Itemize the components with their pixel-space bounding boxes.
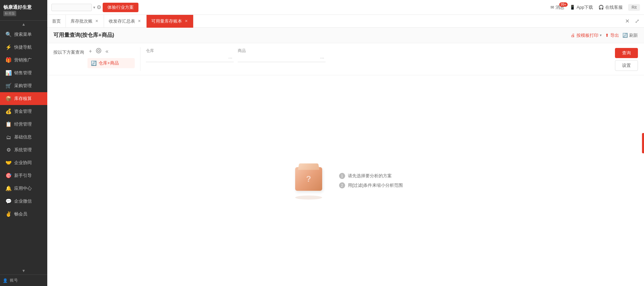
right-scroll-hint[interactable]	[642, 133, 644, 153]
sidebar-label-purchase: 采购管理	[14, 83, 32, 89]
sidebar-label-search: 搜索菜单	[14, 31, 32, 37]
filter-goods-input-row: ···	[238, 55, 326, 62]
query-section: 按以下方案查询 + « 🔄 仓库+商品	[47, 43, 644, 75]
sidebar-item-system[interactable]: ⚙ 系统管理	[0, 144, 47, 156]
sidebar-label-appstore: 应用中心	[14, 185, 32, 191]
sidebar-label-operation: 经营管理	[14, 121, 32, 127]
filter-warehouse-input[interactable]	[146, 55, 226, 60]
scheme-collapse-button[interactable]: «	[104, 48, 110, 55]
tab-batch-ledger[interactable]: 库存批次账 ✕	[66, 15, 104, 28]
notice-icon: ✉	[550, 5, 554, 10]
tab-available-ledger[interactable]: 可用量库存账本 ✕	[147, 15, 194, 28]
sidebar-item-shortcut[interactable]: ⚡ 快捷导航	[0, 41, 47, 54]
filter-goods-dots[interactable]: ···	[319, 55, 326, 60]
empty-illustration	[288, 160, 329, 201]
page-header: 可用量查询(按仓库+商品) 🖨 按模板打印 ▾ ⬆ 导出 🔄 刷新	[47, 28, 644, 43]
sidebar-item-purchase[interactable]: 🛒 采购管理	[0, 79, 47, 92]
query-settings-button[interactable]: 设置	[615, 60, 638, 71]
refresh-label: 刷新	[629, 32, 638, 38]
topbar-chevron-icon: ▾	[93, 5, 95, 10]
purchase-icon: 🛒	[5, 83, 11, 89]
finance-icon: 💰	[5, 108, 11, 114]
sidebar-nav: 🔍 搜索菜单 ⚡ 快捷导航 🎁 营销推广 📊 销售管理 🛒 采购管理 📦 库存核…	[0, 28, 47, 267]
newbie-icon: 🎯	[5, 173, 11, 179]
sidebar-label-system: 系统管理	[14, 147, 32, 153]
page-actions: 🖨 按模板打印 ▾ ⬆ 导出 🔄 刷新	[571, 32, 638, 38]
sidebar-label-basic: 基础信息	[14, 134, 32, 140]
print-label: 按模板打印	[576, 32, 598, 38]
sidebar-item-operation[interactable]: 📋 经营管理	[0, 118, 47, 131]
tab-available-ledger-label: 可用量库存账本	[151, 18, 182, 24]
service-icon: 🎧	[598, 5, 604, 10]
sidebar-item-appstore[interactable]: 🔔 应用中心	[0, 182, 47, 195]
print-chevron-icon: ▾	[600, 33, 602, 37]
tab-recv-summary-close[interactable]: ✕	[137, 19, 141, 24]
empty-tip-1: 1 请先选择要分析的方案	[339, 173, 403, 179]
tab-available-ledger-close[interactable]: ✕	[184, 19, 188, 24]
tab-recv-summary-label: 收发存汇总表	[109, 18, 135, 24]
tab-recv-summary[interactable]: 收发存汇总表 ✕	[104, 15, 147, 28]
tab-home[interactable]: 首页	[47, 15, 66, 28]
query-buttons: 查询 设置	[615, 47, 638, 71]
filter-warehouse-dots[interactable]: ···	[227, 55, 234, 60]
sidebar-scroll-up[interactable]: ▲	[0, 21, 47, 28]
sidebar-item-basic[interactable]: 🗂 基础信息	[0, 131, 47, 144]
sidebar-scroll-down[interactable]: ▼	[0, 267, 47, 275]
scheme-add-button[interactable]: +	[87, 48, 93, 55]
industry-solution-button[interactable]: 体验行业方案	[103, 3, 138, 12]
notice-badge: 99+	[559, 2, 568, 7]
tab-close-all-button[interactable]: ✕	[623, 17, 632, 26]
sidebar-item-inventory[interactable]: 📦 库存核算	[0, 92, 47, 105]
filter-fields: 仓库 ··· 商品 ···	[146, 47, 610, 62]
sidebar-header: 畅康通好生意 标准版	[0, 0, 47, 21]
tip-number-2: 2	[339, 182, 345, 188]
sidebar-item-marketing[interactable]: 🎁 营销推广	[0, 54, 47, 67]
tab-batch-ledger-close[interactable]: ✕	[95, 19, 99, 24]
notice-button[interactable]: ✉ 消息 99+	[550, 4, 564, 10]
tab-batch-ledger-label: 库存批次账	[71, 18, 93, 24]
sidebar-item-finance[interactable]: 💰 资金管理	[0, 105, 47, 118]
cooperation-icon: 🤝	[5, 160, 11, 166]
topbar: ▾ ⚙ 体验行业方案 ✉ 消息 99+ 📱 App下载 🎧 在线客服 Rit	[47, 0, 644, 15]
export-label: 导出	[610, 32, 619, 38]
service-label: 在线客服	[605, 4, 623, 10]
sidebar-item-search[interactable]: 🔍 搜索菜单	[0, 28, 47, 41]
brand-version: 标准版	[3, 11, 16, 16]
print-icon: 🖨	[571, 33, 575, 38]
page-content: 可用量查询(按仓库+商品) 🖨 按模板打印 ▾ ⬆ 导出 🔄 刷新 按以下方	[47, 28, 644, 286]
topbar-gear-icon[interactable]: ⚙	[97, 4, 101, 10]
sidebar-item-newbie[interactable]: 🎯 新手引导	[0, 169, 47, 182]
filter-goods-input[interactable]	[238, 55, 317, 60]
sidebar-item-member[interactable]: ✌ 畅会员	[0, 208, 47, 220]
topbar-right: ✉ 消息 99+ 📱 App下载 🎧 在线客服 Rit	[550, 4, 640, 11]
app-download-button[interactable]: 📱 App下载	[570, 4, 593, 10]
sidebar-footer[interactable]: 👤 账号	[0, 275, 47, 286]
user-menu-button[interactable]: Rit	[628, 4, 640, 11]
scheme-item-icon: 🔄	[91, 60, 97, 66]
export-button[interactable]: ⬆ 导出	[605, 32, 619, 38]
refresh-button[interactable]: 🔄 刷新	[622, 32, 638, 38]
export-icon: ⬆	[605, 33, 609, 38]
operation-icon: 📋	[5, 121, 11, 127]
scheme-item-warehouse-goods[interactable]: 🔄 仓库+商品	[87, 58, 135, 68]
member-icon: ✌	[5, 211, 11, 217]
scheme-item-label: 仓库+商品	[99, 60, 119, 66]
system-icon: ⚙	[5, 147, 11, 153]
query-button[interactable]: 查询	[615, 48, 638, 58]
refresh-icon: 🔄	[622, 33, 628, 38]
wechat-icon: 💬	[5, 198, 11, 204]
online-service-button[interactable]: 🎧 在线客服	[598, 4, 623, 10]
topbar-search-input[interactable]	[51, 4, 92, 11]
sidebar-label-sales: 销售管理	[14, 70, 32, 76]
scheme-settings-button[interactable]	[95, 47, 103, 55]
tab-expand-button[interactable]: ⤢	[633, 17, 641, 26]
sidebar-label-finance: 资金管理	[14, 108, 32, 114]
sidebar-item-cooperation[interactable]: 🤝 企业协同	[0, 156, 47, 169]
app-icon: 📱	[570, 5, 575, 10]
filter-warehouse-input-row: ···	[146, 55, 234, 62]
print-template-button[interactable]: 🖨 按模板打印 ▾	[571, 32, 602, 38]
sidebar-item-sales[interactable]: 📊 销售管理	[0, 67, 47, 79]
sidebar-item-wechat[interactable]: 💬 企业微信	[0, 195, 47, 208]
sidebar-label-shortcut: 快捷导航	[14, 44, 32, 50]
svg-point-0	[96, 48, 101, 53]
